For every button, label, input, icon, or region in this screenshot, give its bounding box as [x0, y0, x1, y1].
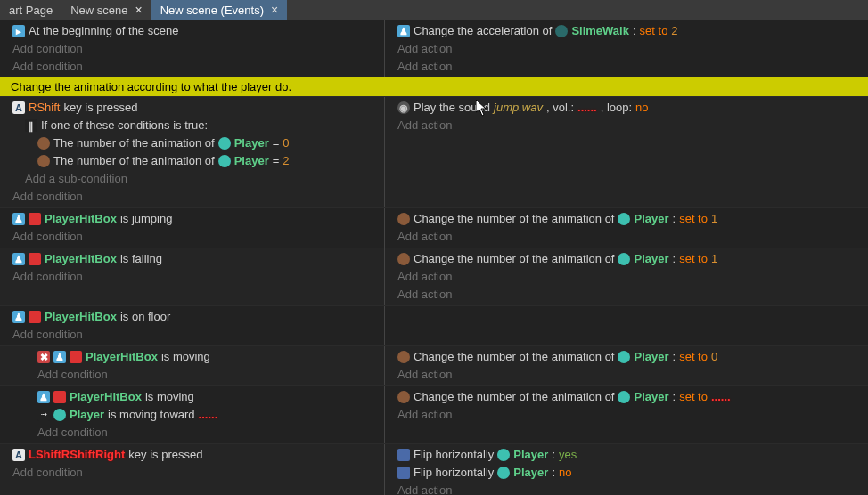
act-text: Flip horizontally — [414, 465, 494, 481]
cond-text: key is pressed — [63, 100, 137, 116]
action[interactable]: ♟ Change the acceleration of SlimeWalk: … — [385, 22, 868, 40]
object-name: PlayerHitBox — [45, 211, 117, 227]
add-condition[interactable]: Add condition — [0, 326, 384, 344]
add-condition[interactable]: Add condition — [0, 228, 384, 246]
tab-label: New scene — [70, 4, 127, 17]
tab-label: New scene (Events) — [160, 4, 264, 17]
action[interactable]: Change the number of the animation of Pl… — [385, 210, 868, 228]
object-icon — [53, 409, 66, 421]
cond-text: is moving — [145, 389, 194, 405]
move-icon: ⇢ — [37, 409, 50, 421]
conditions-column: ▸ At the beginning of the scene Add cond… — [0, 20, 385, 77]
or-condition-group[interactable]: ‖ If one of these conditions is true: — [0, 117, 384, 134]
add-condition[interactable]: Add condition — [0, 268, 384, 286]
object-name: PlayerHitBox — [86, 349, 158, 365]
action[interactable]: Flip horizontally Player : no — [385, 464, 868, 482]
operator: set to — [679, 389, 708, 405]
act-text: Change the number of the animation of — [414, 389, 614, 405]
condition[interactable]: The number of the animation of Player = … — [0, 152, 384, 170]
add-condition[interactable]: Add condition — [0, 40, 384, 58]
add-action[interactable]: Add action — [385, 482, 868, 495]
add-condition[interactable]: Add condition — [0, 464, 384, 482]
action[interactable]: Change the number of the animation of Pl… — [385, 348, 868, 366]
act-text: Change the number of the animation of — [414, 251, 614, 267]
tab-bar: art Page New scene × New scene (Events) … — [0, 0, 868, 20]
event-sub-row[interactable]: ♟ PlayerHitBox is moving ⇢ Player is mov… — [0, 385, 868, 443]
condition[interactable]: ▸ At the beginning of the scene — [0, 22, 384, 40]
act-text: Change the acceleration of — [414, 23, 552, 39]
object-name: Player — [634, 211, 668, 227]
add-action[interactable]: Add action — [385, 366, 868, 384]
condition[interactable]: ♟ PlayerHitBox is jumping — [0, 210, 384, 228]
tab-new-scene[interactable]: New scene × — [61, 0, 151, 20]
add-action[interactable]: Add action — [385, 286, 868, 304]
value: 0 — [711, 349, 717, 365]
add-condition[interactable]: Add condition — [0, 188, 384, 206]
tab-art-page[interactable]: art Page — [0, 0, 61, 20]
object-name: PlayerHitBox — [45, 251, 117, 267]
event-row[interactable]: A RShift key is pressed ‖ If one of thes… — [0, 96, 868, 207]
object-name: Player — [234, 153, 269, 169]
anim-icon — [397, 253, 410, 265]
object-icon — [29, 253, 41, 265]
tab-new-scene-events[interactable]: New scene (Events) × — [151, 0, 288, 20]
add-action[interactable]: Add action — [385, 117, 868, 134]
add-action[interactable]: Add action — [385, 58, 868, 76]
add-action[interactable]: Add action — [385, 406, 868, 424]
operator: = — [273, 153, 280, 169]
add-action[interactable]: Add action — [385, 268, 868, 286]
comment-event[interactable]: Change the animation according to what t… — [0, 77, 868, 96]
actions-column: ◉ Play the sound jump.wav, vol.: ......,… — [385, 97, 868, 207]
cond-text: The number of the animation of — [53, 153, 215, 169]
event-sub-row[interactable]: ✖ ♟ PlayerHitBox is moving Add condition… — [0, 345, 868, 385]
anim-icon — [397, 213, 410, 225]
tab-label: art Page — [9, 4, 53, 17]
add-sub-condition[interactable]: Add a sub-condition — [0, 170, 384, 188]
action[interactable]: ◉ Play the sound jump.wav, vol.: ......,… — [385, 99, 868, 117]
run-icon: ♟ — [12, 311, 25, 323]
object-icon — [497, 449, 510, 461]
anim-icon — [397, 351, 410, 363]
condition[interactable]: A LShiftRShiftRight key is pressed — [0, 446, 384, 464]
condition[interactable]: ♟ PlayerHitBox is moving — [0, 388, 384, 406]
event-row[interactable]: ♟ PlayerHitBox is falling Add condition … — [0, 248, 868, 305]
cond-text: At the beginning of the scene — [29, 23, 178, 39]
object-name: Player — [513, 447, 548, 463]
action[interactable]: Change the number of the animation of Pl… — [385, 250, 868, 268]
action[interactable]: Change the number of the animation of Pl… — [385, 388, 868, 406]
sound-icon: ◉ — [397, 101, 410, 114]
value: 2 — [283, 153, 289, 169]
value: yes — [559, 447, 577, 463]
condition[interactable]: ♟ PlayerHitBox is on floor — [0, 308, 384, 326]
event-row[interactable]: A LShiftRShiftRight key is pressed Add c… — [0, 443, 868, 495]
keyboard-icon: A — [12, 101, 25, 114]
event-row[interactable]: ♟ PlayerHitBox is on floor Add condition — [0, 305, 868, 345]
object-name: PlayerHitBox — [45, 309, 117, 325]
condition[interactable]: A RShift key is pressed — [0, 99, 384, 117]
close-icon[interactable]: × — [135, 4, 142, 16]
object-icon — [618, 213, 630, 225]
add-action[interactable]: Add action — [385, 228, 868, 246]
action[interactable]: Flip horizontally Player : yes — [385, 446, 868, 464]
condition[interactable]: The number of the animation of Player = … — [0, 134, 384, 152]
add-action[interactable]: Add action — [385, 40, 868, 58]
condition[interactable]: ♟ PlayerHitBox is falling — [0, 250, 384, 268]
anim-icon — [37, 155, 50, 167]
object-icon — [53, 391, 66, 403]
condition[interactable]: ⇢ Player is moving toward ...... — [0, 406, 384, 424]
object-name: Player — [513, 465, 548, 481]
add-condition[interactable]: Add condition — [0, 424, 384, 442]
event-row[interactable]: ▸ At the beginning of the scene Add cond… — [0, 20, 868, 77]
add-condition[interactable]: Add condition — [0, 58, 384, 76]
condition-inverted[interactable]: ✖ ♟ PlayerHitBox is moving — [0, 348, 384, 366]
close-icon[interactable]: × — [271, 4, 278, 16]
object-icon — [497, 467, 510, 479]
or-icon: ‖ — [25, 119, 37, 132]
event-row[interactable]: ♟ PlayerHitBox is jumping Add condition … — [0, 207, 868, 248]
event-sheet: ▸ At the beginning of the scene Add cond… — [0, 20, 868, 495]
flip-icon — [397, 449, 410, 461]
loop-value: no — [635, 100, 648, 116]
add-condition[interactable]: Add condition — [0, 366, 384, 384]
conditions-column: A RShift key is pressed ‖ If one of thes… — [0, 97, 385, 207]
cond-text: is on floor — [120, 309, 170, 325]
